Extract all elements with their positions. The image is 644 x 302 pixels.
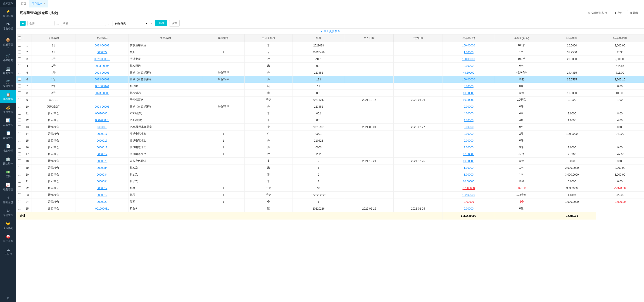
row-qty-main[interactable]: 4.00000: [442, 117, 495, 124]
row-checkbox[interactable]: [16, 151, 23, 158]
row-checkbox[interactable]: [16, 117, 23, 124]
row-checkbox[interactable]: [16, 69, 23, 76]
sidebar-settings[interactable]: ⚙: [0, 295, 16, 302]
row-qty-main[interactable]: 10.00000: [442, 158, 495, 165]
sidebar-item-tax[interactable]: 📄 税务管理: [0, 142, 16, 155]
row-checkbox[interactable]: [16, 49, 23, 56]
row-qty-main[interactable]: -1.00000: [442, 199, 495, 205]
row-checkbox[interactable]: [16, 110, 23, 117]
sidebar-item-quick-nav[interactable]: ⚡ 快捷导航: [0, 7, 16, 20]
sidebar-search[interactable]: 搜索菜单: [0, 0, 16, 7]
row-checkbox[interactable]: [16, 158, 23, 165]
row-checkbox[interactable]: [16, 144, 23, 151]
row-qty-main[interactable]: 87.00000: [442, 151, 495, 158]
row-code[interactable]: 0000017: [76, 137, 128, 144]
row-code[interactable]: 0000017: [76, 130, 128, 137]
row-qty-main[interactable]: 3.00000: [442, 144, 495, 151]
sidebar-item-asset[interactable]: 🏢 固定资产: [0, 155, 16, 168]
row-qty-main[interactable]: 4.00000: [442, 110, 495, 117]
row-qty-main[interactable]: 1.00000: [442, 165, 495, 171]
sidebar-item-invoice[interactable]: 🧾 发票管理: [0, 129, 16, 142]
row-checkbox[interactable]: [16, 171, 23, 178]
table-container[interactable]: 仓库名称 商品编码 商品名称 规格型号 主计量单位 批号 生产日期 失效日期 现…: [16, 35, 644, 302]
sidebar-item-payroll[interactable]: 💵 工资: [0, 168, 16, 181]
sidebar-item-cloud[interactable]: ☁ 云应用: [0, 245, 16, 258]
row-code[interactable]: 000900001: [76, 117, 128, 124]
row-code[interactable]: 0000084: [76, 171, 128, 178]
expand-conditions-button[interactable]: ▼ 展开更多条件: [320, 30, 340, 33]
row-qty-main[interactable]: 100.00000: [442, 42, 495, 49]
row-code[interactable]: 0000017: [76, 144, 128, 151]
sidebar-item-cooperation[interactable]: 🤝 企业协同: [0, 219, 16, 232]
row-checkbox[interactable]: [16, 192, 23, 199]
search-button[interactable]: 查询: [155, 20, 168, 26]
row-checkbox[interactable]: [16, 63, 23, 69]
row-code[interactable]: 0000017: [76, 151, 128, 158]
sidebar-item-wholesale[interactable]: 📦 批发管理 ▼: [0, 36, 16, 51]
row-checkbox[interactable]: [16, 42, 23, 49]
row-checkbox[interactable]: [16, 83, 23, 90]
row-qty-main[interactable]: 49.60000: [442, 69, 495, 76]
sidebar-item-management[interactable]: 📈 经营管理: [0, 181, 16, 194]
row-checkbox[interactable]: [16, 124, 23, 130]
row-code[interactable]: 0023-00005: [76, 63, 128, 69]
row-code[interactable]: 001000031: [76, 205, 128, 212]
row-checkbox[interactable]: [16, 56, 23, 63]
row-code[interactable]: 000900001: [76, 110, 128, 117]
warehouse-filter-input[interactable]: [27, 21, 54, 26]
sidebar-item-inventory[interactable]: 📋 库存核查: [0, 90, 16, 103]
row-qty-main[interactable]: 10.00000: [442, 90, 495, 96]
row-checkbox[interactable]: [16, 165, 23, 171]
product-dots-button[interactable]: ...: [108, 22, 110, 25]
row-code[interactable]: 0023-00008: [76, 103, 128, 110]
row-checkbox[interactable]: [16, 185, 23, 192]
row-checkbox[interactable]: [16, 96, 23, 103]
row-code[interactable]: 0000084: [76, 165, 128, 171]
row-code[interactable]: 0023-00005: [76, 90, 128, 96]
row-qty-main[interactable]: 0.00000: [442, 137, 495, 144]
row-qty-main[interactable]: -16.00000: [442, 185, 495, 192]
row-checkbox[interactable]: [16, 199, 23, 205]
toggle-button[interactable]: ⊞ 展示: [627, 10, 640, 16]
row-qty-main[interactable]: 0.00000: [442, 103, 495, 110]
export-button[interactable]: ⬆ 导出: [612, 10, 625, 16]
row-code[interactable]: 0000084: [76, 178, 128, 185]
category-filter-select[interactable]: 商品分类: [112, 21, 148, 26]
row-qty-main[interactable]: 10.00000: [442, 178, 495, 185]
row-checkbox[interactable]: [16, 76, 23, 83]
sidebar-item-retail[interactable]: 🛍 零售管理 ▼: [0, 20, 16, 36]
row-code[interactable]: 0000012: [76, 192, 128, 199]
row-checkbox[interactable]: [16, 90, 23, 96]
row-qty-main[interactable]: 2.00000: [442, 130, 495, 137]
row-code[interactable]: 0000078: [76, 158, 128, 165]
row-qty-main[interactable]: 100.00000: [442, 76, 495, 83]
tab-home[interactable]: 首页: [18, 0, 29, 8]
warehouse-dots-button[interactable]: ...: [56, 22, 59, 25]
row-code[interactable]: 0023-0000...: [76, 56, 128, 63]
row-code[interactable]: 0023-00008: [76, 76, 128, 83]
row-checkbox[interactable]: [16, 178, 23, 185]
row-qty-main[interactable]: 1.00000: [442, 49, 495, 56]
product-filter-input[interactable]: [61, 21, 106, 26]
select-all-checkbox[interactable]: [18, 37, 21, 39]
row-qty-main[interactable]: 0.00000: [442, 205, 495, 212]
sidebar-item-report[interactable]: 📊 总账管理: [0, 116, 16, 129]
sidebar-item-ecommerce[interactable]: 💻 电商管理: [0, 64, 16, 77]
row-code[interactable]: 0000029: [76, 199, 128, 205]
row-checkbox[interactable]: [16, 130, 23, 137]
row-code[interactable]: 000097: [76, 124, 128, 130]
row-qty-main[interactable]: 10.00000: [442, 96, 495, 103]
row-checkbox[interactable]: [16, 137, 23, 144]
sidebar-item-basic[interactable]: ℹ 基础信息: [0, 194, 16, 206]
sidebar-item-ecommerce-small[interactable]: 🛒 小鹅电商: [0, 51, 16, 64]
setting-button[interactable]: 设置: [169, 20, 180, 27]
row-qty-main[interactable]: 1.00000: [442, 171, 495, 178]
sidebar-item-system[interactable]: ⚙ 系统管理: [0, 206, 16, 219]
row-code[interactable]: 0000012: [76, 185, 128, 192]
row-qty-main[interactable]: 0.00000: [442, 63, 495, 69]
filter-expand-button[interactable]: ▶: [20, 21, 26, 26]
sidebar-item-purchase[interactable]: 🛒 采购管理: [0, 77, 16, 90]
sidebar-item-finance[interactable]: 💰 资金管理: [0, 103, 16, 116]
row-qty-main[interactable]: 0.00000: [442, 124, 495, 130]
row-code[interactable]: [76, 96, 128, 103]
